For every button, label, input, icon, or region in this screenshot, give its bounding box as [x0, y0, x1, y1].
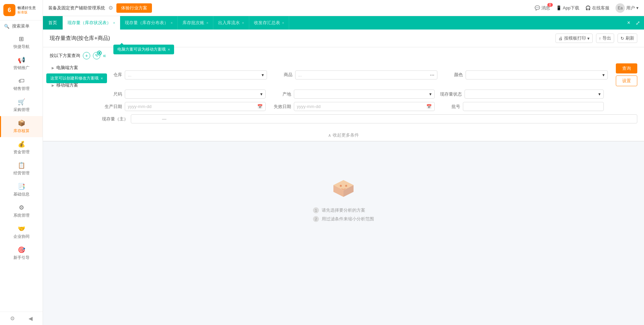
tab-label: 库存批次账 — [182, 20, 204, 26]
export-icon: ↑ — [599, 36, 601, 41]
search-btn[interactable]: 查询 — [616, 63, 637, 73]
tab-close-icon[interactable]: × — [242, 21, 244, 25]
logo-text-wrap: 畅通好生意 标准版 — [17, 5, 36, 15]
tab-stock-summary[interactable]: 收发存汇总表 × — [249, 16, 289, 30]
settings-bottom-icon[interactable]: ⚙ — [10, 315, 15, 322]
purchase-icon: 🛒 — [18, 98, 25, 106]
sidebar-item-system[interactable]: ⚙ 系统管理 — [0, 201, 43, 222]
sidebar-item-label: 快捷导航 — [13, 44, 30, 50]
filter-row-2: 尺码 ▾ 产地 ▾ — [102, 90, 637, 99]
collapse-label: 收起更多条件 — [333, 132, 359, 138]
tab-inventory-status[interactable]: 现存量（库存状况表） × — [63, 16, 120, 30]
tab-close-icon[interactable]: × — [170, 21, 172, 25]
tooltip-text: 电脑方案可设为移动方案哦 — [117, 47, 166, 52]
filter-row-3: 生产日期 yyyy-mm-dd 📅 失效日期 yyyy-mm-dd 📅 — [102, 102, 637, 111]
collapse-btn[interactable]: ∧ 收起更多条件 — [328, 132, 359, 138]
sidebar-item-operations[interactable]: 📋 经营管理 — [0, 158, 43, 179]
set-btn[interactable]: 设置 — [616, 75, 637, 86]
tab-batch-account[interactable]: 库存批次账 × — [178, 16, 213, 30]
size-label: 尺码 — [102, 91, 122, 97]
range-max-input[interactable] — [168, 116, 195, 121]
stock-status-select[interactable]: ▾ — [465, 90, 604, 99]
inventory-icon: 📦 — [18, 119, 25, 127]
size-select[interactable]: ▾ — [125, 90, 266, 99]
trial-btn[interactable]: 体验行业方案 — [116, 3, 152, 13]
messages-item[interactable]: 💬 消息 8 — [535, 5, 550, 11]
sidebar-item-label: 基础信息 — [13, 192, 30, 197]
sidebar-item-purchase[interactable]: 🛒 采购管理 — [0, 95, 43, 116]
production-date-input[interactable]: yyyy-mm-dd 📅 — [125, 102, 266, 111]
production-date-label: 生产日期 — [102, 104, 122, 110]
sidebar-search[interactable]: 🔍 搜索菜单 — [0, 20, 43, 32]
app-download-item[interactable]: 📱 App下载 — [556, 5, 579, 11]
export-btn[interactable]: ↑ 导出 — [596, 34, 614, 43]
search-icon: 🔍 — [4, 24, 9, 29]
fullscreen-icon[interactable]: ⤢ — [634, 18, 641, 28]
refresh-label: 刷新 — [626, 35, 634, 41]
page-title: 现存量查询(按仓库+商品) — [50, 35, 110, 42]
tooltip-close-btn[interactable]: × — [101, 76, 103, 81]
inventory-main-range[interactable]: — — [131, 114, 637, 123]
user-item[interactable]: Ea 用户 ▾ — [615, 3, 639, 13]
tab-close-icon[interactable]: × — [113, 21, 115, 25]
sidebar-item-inventory[interactable]: 📦 库存核算 — [0, 116, 43, 137]
print-template-btn[interactable]: 🖨 按模板打印 ▾ — [555, 34, 593, 43]
online-support-label: 在线客服 — [592, 5, 609, 11]
collapse-bar: ∧ 收起更多条件 — [43, 129, 644, 141]
expiry-date-input[interactable]: yyyy-mm-dd 📅 — [294, 102, 435, 111]
sidebar-bottom: ⚙ ◀ — [0, 312, 43, 325]
filter-edit-btn[interactable]: ✎ — [93, 52, 100, 59]
chevron-down-icon: ▾ — [602, 72, 605, 77]
range-dash: — — [162, 116, 166, 121]
sidebar-item-label: 系统管理 — [13, 213, 30, 218]
sidebar-nav: ⊞ 快捷导航 📢 营销推广 🏷 销售管理 🛒 采购管理 📦 库存核算 💰 资金管… — [0, 32, 43, 312]
filter-back-btn[interactable]: « — [103, 53, 106, 59]
tab-close-icon[interactable]: × — [206, 21, 208, 25]
sidebar-item-label: 库存核算 — [13, 128, 30, 134]
sidebar-item-basic[interactable]: 📑 基础信息 — [0, 179, 43, 201]
chevron-up-icon: ∧ — [328, 133, 331, 138]
tab-home[interactable]: 首页 — [43, 16, 63, 30]
origin-select[interactable]: ▾ — [294, 90, 435, 99]
tab-stock-flow[interactable]: 出入库流水 × — [213, 16, 249, 30]
goods-select[interactable]: ... ⋯ — [295, 70, 437, 79]
tree-expand-icon: ▶ — [52, 84, 54, 87]
tooltip-text: 这里可以创建和修改方案哦 — [50, 75, 99, 81]
stock-status-label: 现存量状态 — [440, 91, 462, 97]
close-all-tabs-icon[interactable]: × — [626, 18, 632, 27]
tab-close-icon[interactable]: × — [282, 21, 284, 25]
stock-status-field: 现存量状态 ▾ — [440, 90, 604, 99]
operations-icon: 📋 — [18, 162, 25, 169]
sidebar-item-marketing[interactable]: 📢 营销推广 — [0, 53, 43, 74]
tab-inventory-distribution[interactable]: 现存量（库存分布表） × — [120, 16, 177, 30]
avatar: Ea — [615, 3, 625, 13]
corp-icon: 🤝 — [18, 225, 25, 232]
tip-num-2: 2 — [313, 216, 319, 222]
sidebar-item-label: 新手引导 — [13, 255, 30, 261]
tooltip-close-btn[interactable]: × — [168, 47, 170, 52]
tip-num-1: 1 — [313, 207, 319, 213]
sidebar-item-quick[interactable]: ⊞ 快捷导航 — [0, 32, 43, 53]
filter-header: 按以下方案查询 + ✎ « 电脑方案可设为移动方案哦 × — [50, 52, 637, 59]
tip-text-1: 请先选择要分析的方案 — [322, 207, 365, 213]
color-select[interactable]: ▾ — [466, 70, 608, 79]
scheme-desktop-header[interactable]: ▶ 电脑端方案 — [50, 63, 97, 72]
top-header: 装备及固定资产辅助管理系统 ⚙ 体验行业方案 💬 消息 8 📱 App下载 🎧 … — [43, 0, 644, 16]
collapse-sidebar-icon[interactable]: ◀ — [29, 315, 33, 322]
refresh-btn[interactable]: ↻ 刷新 — [618, 34, 637, 43]
expiry-date-label: 失效日期 — [271, 104, 291, 110]
tip-text-2: 用过滤条件来缩小分析范围 — [322, 216, 374, 222]
sidebar-item-finance[interactable]: 💰 资金管理 — [0, 137, 43, 158]
warehouse-select[interactable]: ... ▾ — [125, 70, 267, 79]
online-support-item[interactable]: 🎧 在线客服 — [585, 5, 609, 11]
batch-no-input[interactable] — [463, 102, 604, 111]
range-min-input[interactable] — [134, 116, 161, 121]
sidebar-item-sales[interactable]: 🏷 销售管理 — [0, 74, 43, 95]
header-settings-icon[interactable]: ⚙ — [108, 5, 113, 11]
tree-expand-icon: ▶ — [52, 66, 54, 70]
sidebar-item-corp[interactable]: 🤝 企业协同 — [0, 222, 43, 243]
basic-icon: 📑 — [18, 183, 25, 190]
filter-add-btn[interactable]: + — [83, 52, 90, 59]
filter-row-4: 现存量（主） — — [102, 114, 637, 123]
sidebar-item-guide[interactable]: 🎯 新手引导 — [0, 243, 43, 264]
